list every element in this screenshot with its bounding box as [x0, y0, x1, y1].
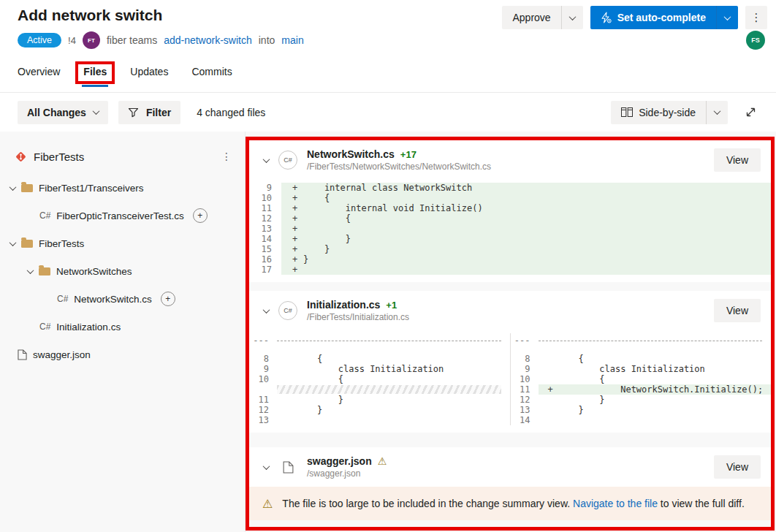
diff-marker: [539, 415, 558, 425]
diff-line: 16+}: [249, 254, 771, 265]
navigate-to-file-link[interactable]: Navigate to the file: [573, 498, 658, 509]
dashed-line: [277, 341, 501, 341]
warning-text: The file is too large to be included in …: [282, 498, 744, 509]
diff-marker: +: [281, 193, 303, 203]
side-by-side-button[interactable]: Side-by-side: [611, 101, 706, 124]
chevron-down-icon: [9, 239, 17, 246]
diff-line: 17+: [249, 265, 771, 275]
collapse-chevron-icon[interactable]: [263, 306, 270, 314]
target-branch-link[interactable]: main: [281, 34, 303, 46]
code-text: }: [558, 395, 605, 405]
diff-marker: +: [281, 244, 303, 254]
user-avatar[interactable]: FS: [746, 31, 765, 50]
file-path: /swagger.json: [307, 468, 387, 479]
code-text: internal class NetworkSwitch: [303, 183, 472, 193]
tree-item-fiberoptictransceivertest-cs[interactable]: C#FiberOpticTransceiverTest.cs+: [0, 202, 245, 229]
view-button[interactable]: View: [714, 299, 761, 322]
chevron-down-icon: [714, 107, 721, 115]
auto-complete-dropdown-button[interactable]: [716, 6, 738, 29]
view-mode-split-button[interactable]: Side-by-side: [611, 101, 728, 124]
code-text: class Initialization: [558, 364, 705, 374]
file-card-header: C# Initialization.cs +1 /FiberTests/Init…: [249, 291, 771, 330]
collapse-chevron-icon[interactable]: [263, 463, 270, 470]
tree-item-networkswitches[interactable]: NetworkSwitches: [0, 257, 245, 285]
document-file-icon: [278, 457, 297, 476]
code-text: {: [558, 354, 584, 364]
all-changes-dropdown[interactable]: All Changes: [18, 101, 108, 124]
dashed-line: [539, 341, 763, 341]
file-heading: NetworkSwitch.cs +17 /FiberTests/Network…: [307, 148, 491, 172]
repo-header[interactable]: FiberTests ⋮: [0, 143, 245, 170]
line-number: 14: [511, 415, 539, 425]
warning-icon: ⚠: [262, 497, 273, 511]
tree-item-networkswitch-cs[interactable]: C#NetworkSwitch.cs+: [0, 285, 245, 313]
tab-files[interactable]: Files: [83, 66, 107, 82]
diff-marker: [277, 405, 296, 415]
approve-split-button[interactable]: Approve: [502, 6, 582, 29]
diff-line: 8 {: [511, 354, 772, 364]
code-text: }: [558, 405, 584, 415]
tab-overview[interactable]: Overview: [18, 66, 60, 82]
file-heading: swagger.json ⚠ /swagger.json: [307, 455, 387, 479]
approve-button[interactable]: Approve: [502, 6, 560, 29]
change-plus-badge: +: [193, 208, 208, 223]
tree-item-fibertests[interactable]: FiberTests: [0, 229, 245, 257]
filter-icon: [128, 107, 139, 118]
diff-marker: [277, 374, 296, 384]
line-number: 8: [511, 354, 539, 364]
file-card-networkswitch: C# NetworkSwitch.cs +17 /FiberTests/Netw…: [249, 140, 771, 282]
work-items-indicator[interactable]: !4: [68, 35, 76, 46]
side-by-side-diff: ---8 {9 class Initialization10 {11 }12 }…: [249, 330, 771, 433]
file-card-header: C# NetworkSwitch.cs +17 /FiberTests/Netw…: [249, 140, 771, 180]
diff-collapsed-separator: ---: [249, 333, 510, 348]
diff-line: 13: [249, 415, 510, 425]
repo-more-button[interactable]: ⋮: [221, 151, 232, 162]
line-number: 11: [511, 384, 539, 395]
source-branch-link[interactable]: add-network-switch: [164, 34, 252, 46]
set-auto-complete-button[interactable]: Set auto-complete: [590, 6, 716, 29]
line-number: 17: [249, 265, 281, 275]
files-content: FiberTests ⋮ FiberTest1/TransceiversC#Fi…: [0, 132, 776, 532]
line-number: 9: [249, 364, 277, 374]
tab-commits[interactable]: Commits: [191, 66, 232, 82]
fullscreen-button[interactable]: [738, 101, 763, 124]
line-number: 10: [249, 374, 277, 384]
diff-marker: +: [281, 213, 303, 224]
line-number: 11: [249, 203, 281, 213]
tree-item-swagger-json[interactable]: swagger.json: [0, 341, 245, 368]
view-mode-dropdown-button[interactable]: [706, 101, 728, 124]
file-card-header: swagger.json ⚠ /swagger.json View: [249, 447, 771, 487]
author-name: fiber teams: [107, 34, 157, 46]
code-text: }: [296, 395, 343, 405]
diff-line: 9 class Initialization: [249, 364, 510, 374]
view-button[interactable]: View: [714, 455, 761, 479]
author-avatar[interactable]: FT: [83, 31, 100, 49]
filter-button[interactable]: Filter: [118, 101, 180, 124]
added-lines-count: +17: [400, 149, 416, 160]
line-number: 13: [249, 415, 277, 425]
csharp-icon: C#: [39, 322, 50, 332]
file-tree: FiberTest1/TransceiversC#FiberOpticTrans…: [0, 174, 245, 368]
tree-item-label: swagger.json: [33, 349, 91, 360]
approve-dropdown-button[interactable]: [561, 6, 583, 29]
diff-marker: [539, 374, 558, 384]
code-text: {: [303, 213, 351, 224]
tab-updates[interactable]: Updates: [130, 66, 168, 82]
file-name: NetworkSwitch.cs: [307, 148, 395, 160]
file-too-large-warning: ⚠ The file is too large to be included i…: [249, 487, 771, 520]
added-lines-count: +1: [386, 300, 397, 311]
diff-line: 14+ }: [249, 234, 771, 244]
line-number: 12: [249, 405, 277, 415]
tree-item-initialization-cs[interactable]: C#Initialization.cs: [0, 313, 245, 341]
auto-complete-split-button[interactable]: Set auto-complete: [590, 6, 738, 29]
tree-item-label: NetworkSwitches: [56, 266, 132, 277]
tree-item-fibertest1-transceivers[interactable]: FiberTest1/Transceivers: [0, 174, 245, 202]
folder-icon: [21, 240, 33, 248]
csharp-icon: C#: [57, 294, 68, 304]
code-text: internal void Initialize(): [303, 203, 483, 213]
collapse-chevron-icon[interactable]: [263, 156, 270, 163]
more-options-button[interactable]: ⋮: [745, 6, 767, 29]
view-button[interactable]: View: [714, 148, 761, 172]
tree-item-label: FiberOpticTransceiverTest.cs: [56, 210, 183, 221]
diff-pane-right: ---8 {9 class Initialization10 {11+ Netw…: [510, 333, 772, 425]
